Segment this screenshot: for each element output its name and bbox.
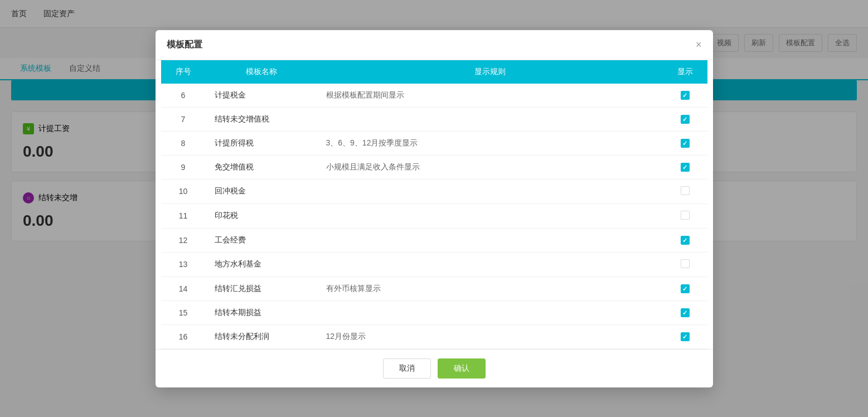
display-checkbox[interactable] [681, 139, 690, 148]
checkbox-wrapper[interactable] [681, 259, 690, 268]
cell-rule: 3、6、9、12月按季度显示 [317, 131, 663, 155]
cell-name: 地方水利基金 [206, 252, 317, 277]
cell-name: 结转未交增值税 [206, 107, 317, 131]
cell-rule: 有外币核算显示 [317, 277, 663, 300]
cell-checkbox [663, 300, 707, 324]
checkbox-wrapper[interactable] [681, 308, 690, 317]
table-row: 7结转未交增值税 [161, 107, 707, 131]
cell-id: 6 [161, 84, 206, 108]
cell-checkbox [663, 155, 707, 179]
checkbox-wrapper[interactable] [681, 186, 690, 195]
cell-checkbox [663, 179, 707, 203]
cell-rule [317, 203, 663, 228]
cell-name: 计提所得税 [206, 131, 317, 155]
cell-rule: 根据模板配置期间显示 [317, 84, 663, 108]
cell-rule: 小规模且满足收入条件显示 [317, 155, 663, 179]
checkbox-wrapper[interactable] [681, 236, 690, 245]
table-row: 14结转汇兑损益有外币核算显示 [161, 277, 707, 300]
cell-id: 14 [161, 277, 206, 300]
confirm-button[interactable]: 确认 [438, 358, 486, 379]
cell-name: 计提税金 [206, 84, 317, 108]
col-header-name: 模板名称 [206, 60, 317, 84]
display-checkbox[interactable] [681, 115, 690, 124]
table-row: 12工会经费 [161, 228, 707, 252]
table-row: 16结转未分配利润12月份显示 [161, 324, 707, 348]
modal-footer: 取消 确认 [156, 349, 713, 387]
cell-rule [317, 179, 663, 203]
cell-name: 免交增值税 [206, 155, 317, 179]
cell-checkbox [663, 324, 707, 348]
display-checkbox[interactable] [681, 308, 690, 317]
cell-id: 8 [161, 131, 206, 155]
display-checkbox[interactable] [681, 91, 690, 100]
cell-name: 结转未分配利润 [206, 324, 317, 348]
cell-rule: 12月份显示 [317, 324, 663, 348]
cell-id: 9 [161, 155, 206, 179]
cell-checkbox [663, 107, 707, 131]
checkbox-wrapper[interactable] [681, 332, 690, 341]
cell-name: 工会经费 [206, 228, 317, 252]
table-row: 15结转本期损益 [161, 300, 707, 324]
cell-rule [317, 107, 663, 131]
display-checkbox[interactable] [681, 259, 690, 268]
cell-checkbox [663, 131, 707, 155]
cell-id: 15 [161, 300, 206, 324]
table-row: 9免交增值税小规模且满足收入条件显示 [161, 155, 707, 179]
checkbox-wrapper[interactable] [681, 284, 690, 293]
display-checkbox[interactable] [681, 236, 690, 245]
display-checkbox[interactable] [681, 211, 690, 220]
cell-id: 16 [161, 324, 206, 348]
display-checkbox[interactable] [681, 186, 690, 195]
cell-id: 13 [161, 252, 206, 277]
checkbox-wrapper[interactable] [681, 163, 690, 172]
cell-checkbox [663, 84, 707, 108]
display-checkbox[interactable] [681, 163, 690, 172]
table-row: 8计提所得税3、6、9、12月按季度显示 [161, 131, 707, 155]
cell-rule [317, 228, 663, 252]
cell-checkbox [663, 252, 707, 277]
checkbox-wrapper[interactable] [681, 139, 690, 148]
modal-header: 模板配置 × [156, 30, 713, 60]
config-table: 序号 模板名称 显示规则 显示 6计提税金根据模板配置期间显示7结转未交增值税8… [161, 60, 707, 349]
display-checkbox[interactable] [681, 284, 690, 293]
cell-rule [317, 300, 663, 324]
modal-close-button[interactable]: × [696, 40, 702, 50]
checkbox-wrapper[interactable] [681, 115, 690, 124]
table-row: 6计提税金根据模板配置期间显示 [161, 84, 707, 108]
table-row: 13地方水利基金 [161, 252, 707, 277]
col-header-id: 序号 [161, 60, 206, 84]
cell-rule [317, 252, 663, 277]
cell-id: 10 [161, 179, 206, 203]
table-row: 11印花税 [161, 203, 707, 228]
cell-checkbox [663, 228, 707, 252]
cell-checkbox [663, 277, 707, 300]
modal-title: 模板配置 [167, 39, 202, 51]
cell-id: 12 [161, 228, 206, 252]
display-checkbox[interactable] [681, 332, 690, 341]
col-header-rule: 显示规则 [317, 60, 663, 84]
table-header-row: 序号 模板名称 显示规则 显示 [161, 60, 707, 84]
checkbox-wrapper[interactable] [681, 211, 690, 220]
modal-overlay: 模板配置 × 序号 模板名称 显示规则 显示 6计提税金根据模板配置期间显示7结… [0, 0, 868, 417]
cancel-button[interactable]: 取消 [383, 358, 431, 379]
cell-checkbox [663, 203, 707, 228]
cell-name: 结转本期损益 [206, 300, 317, 324]
col-header-display: 显示 [663, 60, 707, 84]
table-row: 10回冲税金 [161, 179, 707, 203]
cell-name: 回冲税金 [206, 179, 317, 203]
template-config-modal: 模板配置 × 序号 模板名称 显示规则 显示 6计提税金根据模板配置期间显示7结… [156, 30, 713, 387]
cell-name: 结转汇兑损益 [206, 277, 317, 300]
cell-name: 印花税 [206, 203, 317, 228]
cell-id: 7 [161, 107, 206, 131]
cell-id: 11 [161, 203, 206, 228]
checkbox-wrapper[interactable] [681, 91, 690, 100]
modal-body[interactable]: 序号 模板名称 显示规则 显示 6计提税金根据模板配置期间显示7结转未交增值税8… [156, 60, 713, 349]
